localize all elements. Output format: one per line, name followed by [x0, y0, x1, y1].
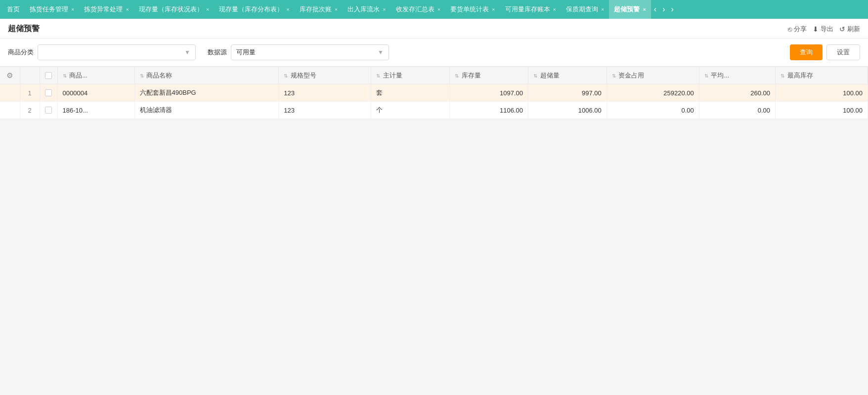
nav-tab-inout-flow[interactable]: 出入库流水 ×	[343, 0, 391, 19]
row-stock: 1097.00	[450, 84, 528, 102]
table-row: 1 0000004 六配套新昌490BPG 123 套 1097.00 997.…	[0, 84, 868, 102]
nav-expand-arrow[interactable]: ›	[668, 5, 676, 14]
close-tab-inventory-status[interactable]: ×	[206, 6, 209, 12]
refresh-button[interactable]: ↺ 刷新	[839, 25, 860, 34]
filter-area: 商品分类 ▼ 数据源 可用量 ▼ 查询 设置	[0, 39, 868, 67]
nav-tab-home[interactable]: 首页	[2, 0, 25, 19]
page-title: 超储预警	[8, 24, 40, 34]
table-header-row: ⚙ ⇅ 商品... ⇅ 商品名称 ⇅ 规格型号	[0, 67, 868, 84]
close-tab-task-mgmt[interactable]: ×	[71, 6, 74, 12]
gear-header-icon[interactable]: ⚙	[5, 71, 15, 80]
row-product-name: 六配套新昌490BPG	[134, 84, 279, 102]
col-header-avg[interactable]: ⇅ 平均...	[699, 67, 775, 84]
table-body: 1 0000004 六配套新昌490BPG 123 套 1097.00 997.…	[0, 84, 868, 119]
sort-icon: ⇅	[612, 73, 616, 79]
export-button[interactable]: ⬇ 导出	[813, 25, 833, 34]
datasource-select[interactable]: 可用量 ▼	[231, 44, 389, 60]
row-avg: 260.00	[699, 84, 775, 102]
close-tab-expiry[interactable]: ×	[601, 6, 604, 12]
row-gear-cell	[0, 84, 20, 102]
category-label: 商品分类	[8, 48, 34, 57]
select-all-checkbox[interactable]	[45, 72, 52, 79]
row-overstock: 1006.00	[528, 102, 607, 119]
nav-tab-overstock[interactable]: 超储预警 ×	[609, 0, 651, 19]
col-header-capital-occ[interactable]: ⇅ 资金占用	[607, 67, 699, 84]
row-unit: 套	[371, 84, 450, 102]
row-max-stock: 100.00	[775, 84, 868, 102]
col-header-overstock[interactable]: ⇅ 超储量	[528, 67, 607, 84]
category-select[interactable]: ▼	[38, 44, 196, 60]
col-header-max-stock[interactable]: ⇅ 最高库存	[775, 67, 868, 84]
row-checkbox[interactable]	[45, 89, 52, 96]
col-header-product-name[interactable]: ⇅ 商品名称	[134, 67, 279, 84]
sort-icon: ⇅	[455, 73, 459, 79]
close-tab-recv-send[interactable]: ×	[437, 6, 440, 12]
row-max-stock: 100.00	[775, 102, 868, 119]
sort-icon: ⇅	[140, 73, 144, 79]
col-header-stock[interactable]: ⇅ 库存量	[450, 67, 528, 84]
col-header-unit[interactable]: ⇅ 主计量	[371, 67, 450, 84]
col-header-product-code[interactable]: ⇅ 商品...	[57, 67, 134, 84]
close-tab-inventory-dist[interactable]: ×	[286, 6, 289, 12]
row-stock: 1106.00	[450, 102, 528, 119]
close-tab-inout-flow[interactable]: ×	[383, 6, 386, 12]
nav-next-arrow[interactable]: ›	[659, 5, 668, 14]
row-product-code: 0000004	[57, 84, 134, 102]
sort-icon: ⇅	[704, 73, 708, 79]
row-overstock: 997.00	[528, 84, 607, 102]
col-header-spec[interactable]: ⇅ 规格型号	[279, 67, 371, 84]
nav-tab-expiry[interactable]: 保质期查询 ×	[561, 0, 609, 19]
col-header-check	[40, 67, 57, 84]
datasource-label: 数据源	[208, 48, 227, 57]
page-header: 超储预警 ⎋ 分享 ⬇ 导出 ↺ 刷新	[0, 19, 868, 39]
row-unit: 个	[371, 102, 450, 119]
share-icon: ⎋	[788, 25, 792, 33]
datasource-select-value: 可用量	[236, 48, 256, 57]
export-icon: ⬇	[813, 25, 819, 33]
row-index-cell: 2	[20, 102, 40, 119]
datasource-select-arrow: ▼	[378, 49, 384, 56]
query-button[interactable]: 查询	[790, 44, 823, 60]
row-checkbox[interactable]	[45, 107, 52, 114]
row-check-cell	[40, 102, 57, 119]
table-container: ⚙ ⇅ 商品... ⇅ 商品名称 ⇅ 规格型号	[0, 67, 868, 119]
col-header-gear: ⚙	[0, 67, 20, 84]
nav-tab-inventory-dist[interactable]: 现存量（库存分布表） ×	[214, 0, 294, 19]
close-tab-order-stats[interactable]: ×	[492, 6, 495, 12]
row-product-name: 机油滤清器	[134, 102, 279, 119]
nav-tab-recv-send[interactable]: 收发存汇总表 ×	[391, 0, 445, 19]
row-avg: 0.00	[699, 102, 775, 119]
sort-icon: ⇅	[63, 73, 67, 79]
row-index-cell: 1	[20, 84, 40, 102]
sort-icon: ⇅	[284, 73, 288, 79]
row-gear-cell	[0, 102, 20, 119]
row-capital-occ: 259220.00	[607, 84, 699, 102]
settings-button[interactable]: 设置	[826, 44, 860, 60]
nav-prev-arrow[interactable]: ‹	[651, 5, 659, 14]
nav-tab-inventory-status[interactable]: 现存量（库存状况表） ×	[134, 0, 214, 19]
nav-tab-batch-account[interactable]: 库存批次账 ×	[295, 0, 343, 19]
row-check-cell	[40, 84, 57, 102]
close-tab-overstock[interactable]: ×	[643, 6, 646, 12]
share-button[interactable]: ⎋ 分享	[788, 25, 807, 34]
top-nav: 首页 拣货任务管理 × 拣货异常处理 × 现存量（库存状况表） × 现存量（库存…	[0, 0, 868, 19]
nav-tab-order-stats[interactable]: 要货单统计表 ×	[445, 0, 500, 19]
nav-tab-avail-account[interactable]: 可用量库存账本 ×	[500, 0, 561, 19]
refresh-icon: ↺	[839, 25, 845, 33]
category-filter-group: 商品分类 ▼	[8, 44, 196, 60]
close-tab-avail-account[interactable]: ×	[553, 6, 556, 12]
close-tab-batch-account[interactable]: ×	[335, 6, 338, 12]
category-select-arrow: ▼	[184, 49, 190, 56]
row-spec: 123	[279, 84, 371, 102]
sort-icon: ⇅	[533, 73, 537, 79]
filter-actions: 查询 设置	[790, 44, 860, 60]
sort-icon: ⇅	[781, 73, 784, 79]
table-row: 2 186-10... 机油滤清器 123 个 1106.00 1006.00 …	[0, 102, 868, 119]
data-table: ⚙ ⇅ 商品... ⇅ 商品名称 ⇅ 规格型号	[0, 67, 868, 119]
datasource-filter-group: 数据源 可用量 ▼	[208, 44, 389, 60]
nav-tab-abnormal[interactable]: 拣货异常处理 ×	[79, 0, 133, 19]
nav-tab-task-mgmt[interactable]: 拣货任务管理 ×	[25, 0, 79, 19]
close-tab-abnormal[interactable]: ×	[126, 6, 129, 12]
header-actions: ⎋ 分享 ⬇ 导出 ↺ 刷新	[788, 25, 860, 34]
sort-icon: ⇅	[376, 73, 380, 79]
